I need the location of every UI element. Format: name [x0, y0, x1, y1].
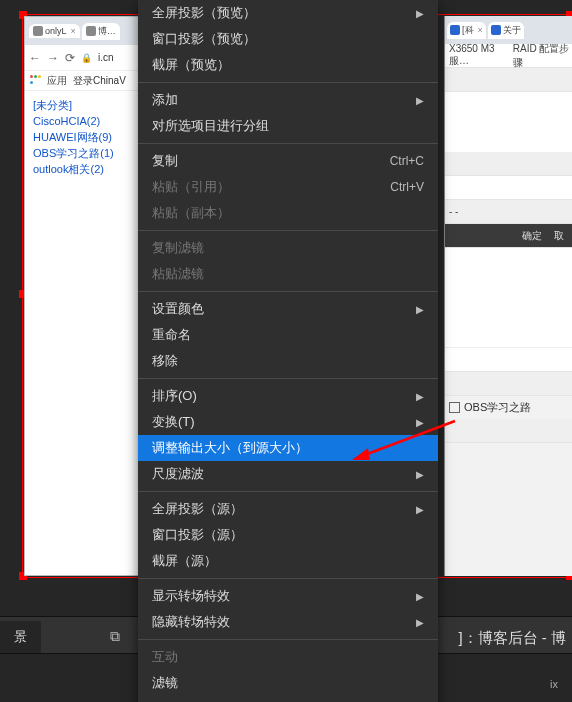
chevron-right-icon: ▶: [416, 8, 424, 19]
checkbox-icon[interactable]: [449, 402, 460, 413]
checkbox-label: OBS学习之路: [464, 400, 531, 415]
crumb-text[interactable]: X3650 M3服…: [449, 43, 507, 68]
menu-label: 互动: [152, 648, 178, 666]
content-row: - -: [445, 200, 572, 224]
menu-label: 设置颜色: [152, 300, 204, 318]
menu-separator: [138, 639, 438, 640]
browser-tabstrip: [科× 关于: [445, 16, 572, 44]
chevron-right-icon: ▶: [416, 391, 424, 402]
tiny-label: ix: [550, 678, 558, 690]
menu-item-properties[interactable]: 属性: [138, 696, 438, 702]
menu-item-group[interactable]: 对所选项目进行分组: [138, 113, 438, 139]
browser-tab-1[interactable]: onlyL×: [29, 24, 80, 38]
menu-separator: [138, 291, 438, 292]
context-menu[interactable]: 全屏投影（预览）▶ 窗口投影（预览） 截屏（预览） 添加▶ 对所选项目进行分组 …: [138, 0, 438, 702]
shortcut-label: Ctrl+V: [390, 180, 424, 194]
browser-tab-r2[interactable]: 关于: [488, 22, 524, 39]
menu-item-hide-transition[interactable]: 隐藏转场特效▶: [138, 609, 438, 635]
favicon: [33, 26, 43, 36]
category-item[interactable]: outlook相关(2): [33, 161, 131, 177]
favicon: [450, 25, 460, 35]
menu-item-paste-copy: 粘贴（副本）: [138, 200, 438, 226]
menu-label: 全屏投影（预览）: [152, 4, 256, 22]
content-row: [445, 348, 572, 372]
menu-separator: [138, 378, 438, 379]
category-item[interactable]: [未分类]: [33, 97, 131, 113]
menu-item-filters[interactable]: 滤镜: [138, 670, 438, 696]
menu-item-fullscreen-proj-source[interactable]: 全屏投影（源）▶: [138, 496, 438, 522]
menu-item-interact: 互动: [138, 644, 438, 670]
menu-label: 调整输出大小（到源大小）: [152, 439, 308, 457]
menu-label: 截屏（源）: [152, 552, 217, 570]
menu-item-resize-output[interactable]: 调整输出大小（到源大小）: [138, 435, 438, 461]
back-icon[interactable]: ←: [29, 51, 41, 65]
chevron-right-icon: ▶: [416, 591, 424, 602]
browser-tabstrip: onlyL× 博…: [25, 17, 139, 45]
menu-label: 排序(O): [152, 387, 197, 405]
menu-item-add[interactable]: 添加▶: [138, 87, 438, 113]
category-item[interactable]: HUAWEI网络(9): [33, 129, 131, 145]
address-bar: ← → ⟳ 🔒 i.cn: [25, 45, 139, 71]
content-row: [445, 152, 572, 176]
forward-icon[interactable]: →: [47, 51, 59, 65]
menu-item-window-proj-source[interactable]: 窗口投影（源）: [138, 522, 438, 548]
menu-item-paste-ref: 粘贴（引用）Ctrl+V: [138, 174, 438, 200]
scene-label: 景: [14, 628, 27, 646]
shortcut-label: Ctrl+C: [390, 154, 424, 168]
apps-label[interactable]: 应用: [47, 74, 67, 88]
window-title-fragment: ]：博客后台 - 博: [459, 629, 567, 648]
menu-item-set-color[interactable]: 设置颜色▶: [138, 296, 438, 322]
menu-item-fullscreen-proj-preview[interactable]: 全屏投影（预览）▶: [138, 0, 438, 26]
cancel-button[interactable]: 取: [554, 229, 564, 243]
menu-item-screenshot-preview[interactable]: 截屏（预览）: [138, 52, 438, 78]
menu-separator: [138, 82, 438, 83]
content-spacer: [445, 248, 572, 348]
category-item[interactable]: OBS学习之路(1): [33, 145, 131, 161]
menu-item-copy[interactable]: 复制Ctrl+C: [138, 148, 438, 174]
menu-label: 隐藏转场特效: [152, 613, 230, 631]
menu-label: 重命名: [152, 326, 191, 344]
menu-item-transform[interactable]: 变换(T)▶: [138, 409, 438, 435]
url-text[interactable]: i.cn: [98, 52, 114, 63]
bookmark-item[interactable]: 登录ChinaV: [73, 74, 126, 88]
menu-item-remove[interactable]: 移除: [138, 348, 438, 374]
chevron-right-icon: ▶: [416, 469, 424, 480]
checkbox-row[interactable]: OBS学习之路: [445, 396, 572, 419]
menu-item-show-transition[interactable]: 显示转场特效▶: [138, 583, 438, 609]
scene-tab[interactable]: 景: [0, 621, 41, 653]
menu-label: 对所选项目进行分组: [152, 117, 269, 135]
menu-label: 粘贴滤镜: [152, 265, 204, 283]
browser-tab-2[interactable]: 博…: [82, 23, 120, 40]
menu-separator: [138, 491, 438, 492]
menu-separator: [138, 230, 438, 231]
content-row: [445, 68, 572, 92]
menu-label: 窗口投影（源）: [152, 526, 243, 544]
menu-item-window-proj-preview[interactable]: 窗口投影（预览）: [138, 26, 438, 52]
crumb-text[interactable]: RAID 配置步骤: [513, 42, 572, 70]
dock-icon[interactable]: ⧉: [110, 628, 120, 645]
menu-label: 截屏（预览）: [152, 56, 230, 74]
close-icon[interactable]: ×: [478, 25, 483, 35]
chevron-right-icon: ▶: [416, 417, 424, 428]
browser-preview-left[interactable]: onlyL× 博… ← → ⟳ 🔒 i.cn 应用 登录ChinaV [未分类]…: [24, 16, 140, 576]
reload-icon[interactable]: ⟳: [65, 51, 75, 65]
browser-tab-r1[interactable]: [科×: [447, 22, 486, 39]
tab-label: 博…: [98, 25, 116, 38]
close-icon[interactable]: ×: [71, 26, 76, 36]
menu-label: 变换(T): [152, 413, 195, 431]
menu-item-scale-filter[interactable]: 尺度滤波▶: [138, 461, 438, 487]
category-item[interactable]: CiscoHCIA(2): [33, 113, 131, 129]
menu-item-screenshot-source[interactable]: 截屏（源）: [138, 548, 438, 574]
menu-label: 粘贴（副本）: [152, 204, 230, 222]
menu-label: 全屏投影（源）: [152, 500, 243, 518]
menu-label: 粘贴（引用）: [152, 178, 230, 196]
menu-item-rename[interactable]: 重命名: [138, 322, 438, 348]
browser-preview-right[interactable]: [科× 关于 X3650 M3服… RAID 配置步骤 - - 确定取 OBS学…: [444, 16, 572, 576]
menu-label: 尺度滤波: [152, 465, 204, 483]
menu-label: 复制: [152, 152, 178, 170]
apps-icon[interactable]: [29, 75, 41, 87]
menu-item-order[interactable]: 排序(O)▶: [138, 383, 438, 409]
dialog-buttons: 确定取: [445, 224, 572, 248]
ok-button[interactable]: 确定: [522, 229, 542, 243]
tab-label: [科: [462, 24, 474, 37]
